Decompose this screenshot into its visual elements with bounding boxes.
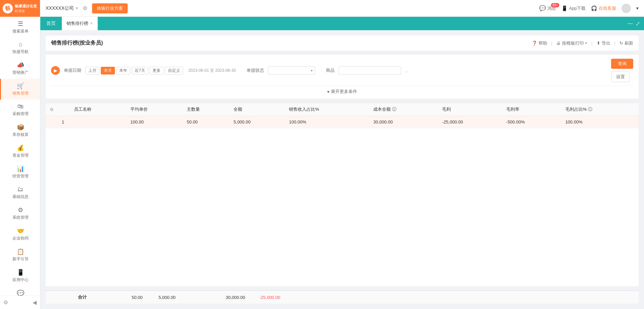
right-panel: 查询 设置 (611, 59, 633, 82)
td-sales-pct: 100.00% (285, 116, 369, 128)
status-select-wrapper (268, 66, 315, 75)
footer-gross: -25,000.00 (255, 295, 289, 300)
search-menu-icon: ☰ (18, 20, 23, 28)
sidebar-item-wechat[interactable]: 💬 企业微信 (0, 286, 40, 296)
sidebar-item-collab[interactable]: 🤝 企业协同 (0, 224, 40, 245)
sidebar-settings-btn[interactable]: ⚙ (3, 299, 8, 306)
divider3: | (614, 41, 615, 46)
sidebar: 畅 畅康通好生意 标准版 ☰ 搜索菜单 ⌂ 快捷导航 📣 营销推广 🛒 销售管理… (0, 0, 40, 309)
tabbar: 首页 销售排行榜 × — ⤢ (40, 17, 644, 30)
th-employee: 员工名称 (70, 103, 126, 116)
print-dropdown-arrow: ▾ (585, 41, 587, 45)
username-btn[interactable]: ▾ (636, 6, 639, 11)
sidebar-item-inventory[interactable]: 📦 库存核算 (0, 120, 40, 141)
finance-icon: 💰 (17, 144, 24, 152)
refresh-btn[interactable]: ↻ 刷新 (619, 40, 633, 46)
th-gross: 毛利 (438, 103, 502, 116)
th-cost: 成本全额 ⓘ (369, 103, 438, 116)
tab-close-btn[interactable]: × (90, 21, 93, 26)
filter-ellipsis[interactable]: ... (405, 68, 409, 73)
content-inner: 销售排行榜(按业务员) ❓ 帮助 | 🖨 按模板打印 ▾ | ⬆ (40, 30, 644, 309)
page-actions: ❓ 帮助 | 🖨 按模板打印 ▾ | ⬆ 导出 | (532, 40, 633, 46)
sidebar-item-system[interactable]: ⚙ 系统管理 (0, 203, 40, 224)
sidebar-collapse-btn[interactable]: ◀ (33, 299, 37, 306)
sidebar-item-search[interactable]: ☰ 搜索菜单 (0, 17, 40, 38)
expand-more-btn[interactable]: ▾ 展开更多条件 (51, 86, 633, 95)
sidebar-item-management[interactable]: 📊 经营管理 (0, 162, 40, 183)
export-btn[interactable]: ⬆ 导出 (597, 40, 610, 46)
management-icon: 📊 (17, 165, 24, 172)
app-center-icon: 📱 (17, 269, 24, 276)
topbar-service-btn[interactable]: 🎧 在线客服 (591, 5, 616, 11)
date-custom-btn[interactable]: 自定义 (165, 67, 183, 74)
refresh-icon: ↻ (619, 41, 623, 46)
sidebar-item-marketing[interactable]: 📣 营销推广 (0, 58, 40, 79)
help-icon: ❓ (532, 41, 537, 46)
sidebar-nav: ☰ 搜索菜单 ⌂ 快捷导航 📣 营销推广 🛒 销售管理 🛍 采购管理 📦 库存核… (0, 17, 40, 296)
th-rank (58, 103, 70, 116)
status-label: 单据状态 (247, 67, 264, 73)
td-quantity: 50.00 (183, 116, 229, 128)
settings-link-btn[interactable]: 设置 (611, 71, 630, 82)
topbar-message-btn[interactable]: 💬 消息 99+ (539, 5, 556, 11)
user-avatar[interactable] (621, 4, 631, 13)
sidebar-item-quick-nav[interactable]: ⌂ 快捷导航 (0, 38, 40, 58)
divider2: | (591, 41, 592, 46)
th-avg-price: 平均单价 (126, 103, 183, 116)
query-btn[interactable]: 查询 (611, 59, 633, 69)
status-select[interactable] (268, 66, 315, 75)
data-table-section: ⚙ 员工名称 平均单价 主数量 全额 销售收入占比% 成本全额 ⓘ 毛利 毛利率… (46, 103, 639, 286)
wechat-icon: 💬 (17, 290, 24, 296)
sidebar-item-app-center[interactable]: 📱 应用中心 (0, 265, 40, 286)
tab-sales-ranking[interactable]: 销售排行榜 × (62, 17, 98, 30)
basic-info-icon: 🗂 (17, 186, 24, 193)
goods-input[interactable] (339, 66, 401, 75)
logo-text: 畅康通好生意 标准版 (15, 4, 37, 13)
purchase-icon: 🛍 (17, 103, 24, 110)
th-sales-pct: 销售收入占比% (285, 103, 369, 116)
footer-total: 5,000.00 (155, 295, 188, 300)
service-icon: 🎧 (591, 5, 597, 11)
column-settings-icon[interactable]: ⚙ (50, 107, 54, 112)
footer-label: 合计 (74, 294, 101, 300)
td-rank: 1 (58, 116, 70, 128)
date-this-year-btn[interactable]: 本年 (116, 67, 130, 74)
tab-minimize-btn[interactable]: — (628, 20, 633, 27)
table-header-row: ⚙ 员工名称 平均单价 主数量 全额 销售收入占比% 成本全额 ⓘ 毛利 毛利率… (46, 103, 639, 116)
date-label: 单据日期 (64, 67, 81, 73)
help-btn[interactable]: ❓ 帮助 (532, 40, 547, 46)
table-row: 1 100.00 50.00 5,000.00 100.00% 30,000.0… (46, 116, 639, 128)
home-icon: ⌂ (19, 41, 23, 48)
date-7days-btn[interactable]: 近7天 (132, 67, 148, 74)
td-gross-pct: 100.00% (561, 116, 639, 128)
filter-toggle-btn[interactable]: ▶ (51, 66, 60, 75)
app-download-icon: 📱 (561, 5, 568, 11)
td-avg-price: 100.00 (126, 116, 183, 128)
topbar-settings-btn[interactable]: ⚙ (83, 5, 87, 11)
expand-icon: ▾ (327, 89, 330, 94)
sales-icon: 🛒 (17, 82, 24, 90)
td-gross: -25,000.00 (438, 116, 502, 128)
tab-home[interactable]: 首页 (40, 17, 62, 30)
sidebar-item-purchase[interactable]: 🛍 采购管理 (0, 100, 40, 120)
td-settings (46, 116, 58, 128)
date-prev-month-btn[interactable]: 上月 (85, 67, 99, 74)
date-more-btn[interactable]: 更多 (149, 67, 164, 74)
print-btn[interactable]: 🖨 按模板打印 ▾ (556, 40, 587, 46)
company-select[interactable]: XXXXXX公司 ▾ (46, 5, 78, 11)
topbar: XXXXXX公司 ▾ ⚙ 体验行业方案 💬 消息 99+ 📱 App下载 🎧 在… (40, 0, 644, 17)
th-settings: ⚙ (46, 103, 58, 116)
sidebar-bottom: ⚙ ◀ (0, 296, 40, 309)
sidebar-item-basic-info[interactable]: 🗂 基础信息 (0, 183, 40, 203)
content-area: 销售排行榜(按业务员) ❓ 帮助 | 🖨 按模板打印 ▾ | ⬆ (40, 30, 644, 309)
trial-button[interactable]: 体验行业方案 (92, 3, 128, 13)
sidebar-item-finance[interactable]: 💰 资金管理 (0, 141, 40, 162)
sidebar-item-sales[interactable]: 🛒 销售管理 (0, 79, 40, 100)
marketing-icon: 📣 (17, 61, 24, 69)
sidebar-item-guide[interactable]: 📋 新手引导 (0, 245, 40, 265)
topbar-app-btn[interactable]: 📱 App下载 (561, 5, 586, 11)
tab-maximize-btn[interactable]: ⤢ (636, 20, 640, 27)
collab-icon: 🤝 (17, 227, 24, 235)
page-header: 销售排行榜(按业务员) ❓ 帮助 | 🖨 按模板打印 ▾ | ⬆ (46, 36, 639, 51)
date-this-month-btn[interactable]: 本月 (101, 67, 115, 74)
